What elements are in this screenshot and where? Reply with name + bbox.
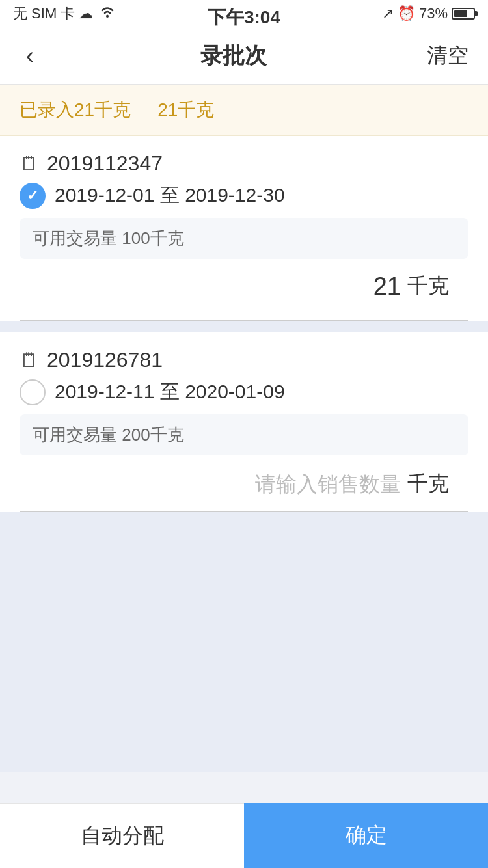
back-button[interactable]: ‹ bbox=[20, 36, 40, 76]
auto-distribute-button[interactable]: 自动分配 bbox=[0, 803, 244, 868]
batch-1-underline-area: 21 千克 bbox=[20, 262, 468, 321]
gray-filler bbox=[0, 512, 488, 772]
alarm-icon: ⏰ bbox=[398, 5, 415, 22]
content-area: 🗒 2019112347 2019-12-01 至 2019-12-30 可用交… bbox=[0, 136, 488, 837]
input-unit: 千克 bbox=[407, 470, 449, 498]
sales-quantity-input[interactable] bbox=[206, 472, 401, 496]
batch-2-date: 2019-12-11 至 2020-01-09 bbox=[55, 379, 285, 405]
batch-1-amount: 21 bbox=[373, 273, 401, 301]
batch-1-amount-row: 21 千克 bbox=[20, 262, 468, 314]
status-right: ↗ ⏰ 73% bbox=[382, 5, 475, 22]
batch-2-input-row[interactable]: 千克 bbox=[20, 459, 468, 511]
battery-percent: 73% bbox=[419, 5, 448, 22]
summary-bar: 已录入21千克 21千克 bbox=[0, 85, 488, 136]
summary-value: 21千克 bbox=[157, 98, 214, 122]
summary-label: 已录入21千克 bbox=[20, 98, 131, 122]
batch-1-date: 2019-12-01 至 2019-12-30 bbox=[55, 182, 285, 209]
batch-1-radio[interactable] bbox=[20, 183, 46, 209]
batch-1-unit: 千克 bbox=[407, 272, 449, 301]
status-time: 下午3:04 bbox=[208, 5, 280, 30]
section-divider bbox=[0, 321, 488, 332]
batch-1-id: 2019112347 bbox=[47, 152, 163, 176]
battery-icon bbox=[452, 8, 475, 20]
batch-2-header: 🗒 2019126781 bbox=[0, 332, 488, 379]
location-icon: ↗ bbox=[382, 5, 394, 22]
batch-item-2: 🗒 2019126781 2019-12-11 至 2020-01-09 可用交… bbox=[0, 332, 488, 512]
batch-item-1: 🗒 2019112347 2019-12-01 至 2019-12-30 可用交… bbox=[0, 136, 488, 321]
signal-text: 无 SIM 卡 ☁ bbox=[13, 4, 93, 23]
batch-1-header: 🗒 2019112347 bbox=[0, 136, 488, 182]
batch-2-available: 可用交易量 200千克 bbox=[20, 414, 468, 455]
batch-2-radio[interactable] bbox=[20, 379, 46, 405]
batch-2-date-row[interactable]: 2019-12-11 至 2020-01-09 bbox=[0, 379, 488, 414]
wifi-icon bbox=[98, 5, 116, 22]
batch-2-input-area: 千克 bbox=[20, 459, 468, 512]
summary-divider bbox=[144, 101, 144, 119]
batch-icon-2: 🗒 bbox=[20, 349, 39, 372]
batch-icon-1: 🗒 bbox=[20, 153, 39, 175]
nav-bar: ‹ 录批次 清空 bbox=[0, 27, 488, 85]
page-title: 录批次 bbox=[200, 41, 267, 71]
bottom-bar: 自动分配 确定 bbox=[0, 803, 488, 868]
svg-point-0 bbox=[106, 15, 109, 18]
confirm-button[interactable]: 确定 bbox=[244, 803, 488, 868]
batch-2-id: 2019126781 bbox=[47, 348, 163, 372]
status-bar: 无 SIM 卡 ☁ 下午3:04 ↗ ⏰ 73% bbox=[0, 0, 488, 27]
batch-1-available: 可用交易量 100千克 bbox=[20, 218, 468, 259]
batch-1-date-row[interactable]: 2019-12-01 至 2019-12-30 bbox=[0, 182, 488, 218]
clear-button[interactable]: 清空 bbox=[427, 42, 468, 70]
status-left: 无 SIM 卡 ☁ bbox=[13, 4, 116, 23]
